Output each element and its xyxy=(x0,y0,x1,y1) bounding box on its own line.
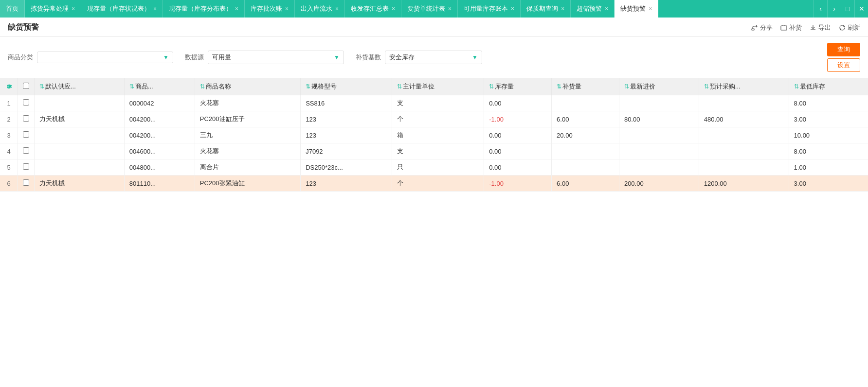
product-category-group: 商品分类 ▼ xyxy=(8,52,173,63)
replenish-base-group: 补货基数 安全库存 ▼ xyxy=(356,51,482,64)
row-product-code-4: 004600... xyxy=(124,143,195,159)
tab-close-overstock[interactable]: × xyxy=(605,5,608,12)
row-checkbox-5[interactable] xyxy=(18,159,35,176)
th-spec[interactable]: ⇅规格型号 xyxy=(301,78,392,95)
tab-next-button[interactable]: › xyxy=(827,0,841,18)
product-category-select[interactable]: ▼ xyxy=(37,52,173,63)
tab-restore-button[interactable]: □ xyxy=(841,0,854,18)
tab-overstock[interactable]: 超储预警 × xyxy=(571,0,615,18)
row-product-name-3: 三九 xyxy=(195,127,300,143)
row-supplier-2: 力天机械 xyxy=(35,111,125,127)
row-checkbox-6[interactable] xyxy=(18,176,35,192)
th-estimated-purchase[interactable]: ⇅预计采购... xyxy=(699,78,789,95)
tab-close-expiry[interactable]: × xyxy=(561,5,564,12)
tab-pick-exception[interactable]: 拣货异常处理 × xyxy=(25,0,81,18)
row-min-stock-2: 3.00 xyxy=(789,111,868,127)
data-source-label: 数据源 xyxy=(185,53,204,62)
th-replenish-qty[interactable]: ⇅补货量 xyxy=(552,78,619,95)
row-product-name-5: 离合片 xyxy=(195,159,300,176)
tab-order-stats[interactable]: 要货单统计表 × xyxy=(401,0,458,18)
row-latest-price-4 xyxy=(619,143,699,159)
tab-nav-buttons: ‹ › □ ✕ xyxy=(814,0,868,18)
tab-stock-dist[interactable]: 现存量（库存分布表） × xyxy=(163,0,245,18)
tab-close-pick-exception[interactable]: × xyxy=(72,5,75,12)
row-spec-5: DS250*23c... xyxy=(301,159,392,176)
tab-receipt-summary[interactable]: 收发存汇总表 × xyxy=(345,0,401,18)
row-product-name-4: 火花塞 xyxy=(195,143,300,159)
table-row: 4 004600... 火花塞 J7092 支 0.00 8.00 xyxy=(0,143,868,159)
data-source-group: 数据源 可用量 ▼ xyxy=(185,51,344,64)
table-row: 2 力天机械 004200... PC200油缸压子 123 个 -1.00 6… xyxy=(0,111,868,127)
row-checkbox-1[interactable] xyxy=(18,95,35,111)
select-all-checkbox[interactable] xyxy=(23,83,29,89)
tab-shortage[interactable]: 缺货预警 × xyxy=(615,0,658,18)
row-checkbox-4[interactable] xyxy=(18,143,35,159)
replenish-button[interactable]: 补货 xyxy=(780,23,802,32)
replenish-base-select[interactable]: 安全库存 ▼ xyxy=(385,51,482,64)
data-source-arrow-icon: ▼ xyxy=(334,54,340,61)
data-table: ⇅默认供应... ⇅商品... ⇅商品名称 ⇅规格型号 ⇅主计量单位 xyxy=(0,78,868,192)
tab-stock-status[interactable]: 现存量（库存状况表） × xyxy=(81,0,163,18)
tab-close-stock-status[interactable]: × xyxy=(153,5,157,12)
row-spec-6: 123 xyxy=(301,176,392,192)
row-spec-3: 123 xyxy=(301,127,392,143)
replenish-base-label: 补货基数 xyxy=(356,53,381,62)
row-index-5: 5 xyxy=(0,159,18,176)
tab-close-all-button[interactable]: ✕ xyxy=(854,0,868,18)
query-button[interactable]: 查询 xyxy=(827,43,860,56)
data-source-select[interactable]: 可用量 ▼ xyxy=(208,51,344,64)
th-checkbox[interactable] xyxy=(18,78,35,95)
th-settings[interactable] xyxy=(0,78,18,95)
th-product-code[interactable]: ⇅商品... xyxy=(124,78,195,95)
row-unit-3: 箱 xyxy=(392,127,484,143)
row-unit-4: 支 xyxy=(392,143,484,159)
th-default-supplier[interactable]: ⇅默认供应... xyxy=(35,78,125,95)
tab-close-available-stock[interactable]: × xyxy=(511,5,514,12)
th-product-name[interactable]: ⇅商品名称 xyxy=(195,78,300,95)
tab-close-stock-dist[interactable]: × xyxy=(235,5,238,12)
refresh-button[interactable]: 刷新 xyxy=(839,23,860,32)
export-button[interactable]: 导出 xyxy=(810,23,831,32)
row-stock-6: -1.00 xyxy=(484,176,552,192)
tab-home[interactable]: 首页 xyxy=(0,0,25,18)
row-min-stock-4: 8.00 xyxy=(789,143,868,159)
row-estimated-purchase-6: 1200.00 xyxy=(699,176,789,192)
tab-close-shortage[interactable]: × xyxy=(649,5,652,12)
tab-batch-account[interactable]: 库存批次账 × xyxy=(245,0,295,18)
row-spec-2: 123 xyxy=(301,111,392,127)
share-button[interactable]: 分享 xyxy=(751,23,773,32)
row-checkbox-2[interactable] xyxy=(18,111,35,127)
row-stock-3: 0.00 xyxy=(484,127,552,143)
row-min-stock-1: 8.00 xyxy=(789,95,868,111)
row-latest-price-6: 200.00 xyxy=(619,176,699,192)
row-min-stock-6: 3.00 xyxy=(789,176,868,192)
th-latest-price[interactable]: ⇅最新进价 xyxy=(619,78,699,95)
replenish-icon xyxy=(780,24,787,31)
tab-inout-flow[interactable]: 出入库流水 × xyxy=(295,0,345,18)
row-checkbox-3[interactable] xyxy=(18,127,35,143)
row-unit-6: 个 xyxy=(392,176,484,192)
row-unit-1: 支 xyxy=(392,95,484,111)
tab-close-receipt-summary[interactable]: × xyxy=(392,5,395,12)
table-row: 3 004200... 三九 123 箱 0.00 20.00 10.00 xyxy=(0,127,868,143)
tab-close-batch-account[interactable]: × xyxy=(285,5,289,12)
settings-button[interactable]: 设置 xyxy=(827,58,860,72)
tab-close-order-stats[interactable]: × xyxy=(448,5,452,12)
row-stock-4: 0.00 xyxy=(484,143,552,159)
svg-rect-1 xyxy=(781,26,787,30)
row-index-6: 6 xyxy=(0,176,18,192)
tab-prev-button[interactable]: ‹ xyxy=(814,0,827,18)
th-unit[interactable]: ⇅主计量单位 xyxy=(392,78,484,95)
tab-close-inout-flow[interactable]: × xyxy=(335,5,339,12)
tab-expiry[interactable]: 保质期查询 × xyxy=(521,0,571,18)
page-title: 缺货预警 xyxy=(8,22,39,33)
row-replenish-qty-2: 6.00 xyxy=(552,111,619,127)
table-settings-icon xyxy=(5,83,13,90)
tab-available-stock[interactable]: 可用量库存账本 × xyxy=(458,0,521,18)
row-index-1: 1 xyxy=(0,95,18,111)
row-supplier-3 xyxy=(35,127,125,143)
row-index-3: 3 xyxy=(0,127,18,143)
table-row: 6 力天机械 801110... PC200张紧油缸 123 个 -1.00 6… xyxy=(0,176,868,192)
th-stock[interactable]: ⇅库存量 xyxy=(484,78,552,95)
th-min-stock[interactable]: ⇅最低库存 xyxy=(789,78,868,95)
